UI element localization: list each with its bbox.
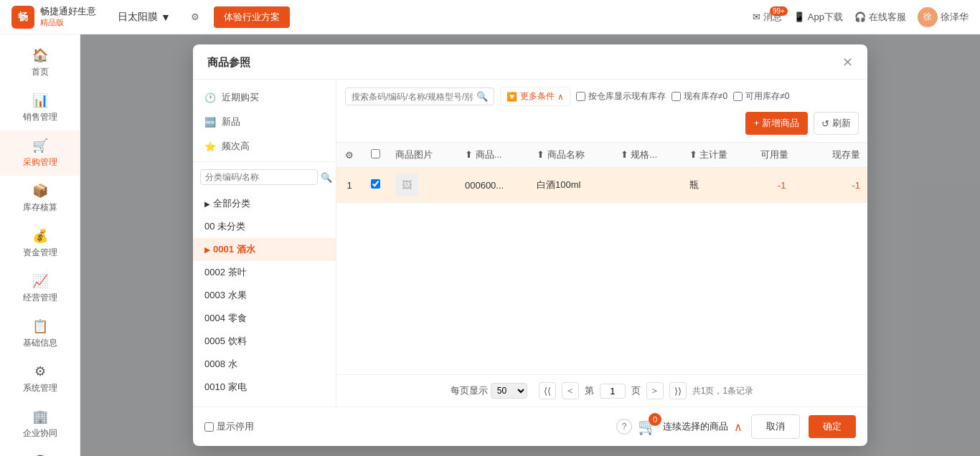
- logo-text: 畅捷通好生意 精品版: [40, 6, 96, 28]
- frequent-menu[interactable]: ⭐ 频次高: [193, 134, 336, 158]
- modal-close-button[interactable]: ✕: [842, 54, 853, 70]
- refresh-button[interactable]: ↺ 刷新: [814, 112, 859, 135]
- sidebar-item-guide[interactable]: 🎯 新手引导: [0, 447, 80, 456]
- sidebar-item-operations[interactable]: 📈 经营管理: [0, 266, 80, 311]
- sidebar-item-system[interactable]: ⚙ 系统管理: [0, 356, 80, 402]
- check-avail-nonzero[interactable]: 现有库存≠0: [672, 90, 727, 103]
- sidebar-item-inventory[interactable]: 📦 库存核算: [0, 176, 80, 221]
- cart-button[interactable]: 🛒 0: [638, 417, 657, 436]
- avatar: 徐: [918, 7, 938, 27]
- cat-0005[interactable]: 0005 饮料: [193, 330, 336, 353]
- sidebar-item-sales[interactable]: 📊 销售管理: [0, 85, 80, 130]
- gear-icon[interactable]: ⚙: [185, 7, 205, 27]
- new-icon: 🆕: [204, 117, 216, 128]
- row-index: 1: [336, 168, 362, 203]
- toolbar-right: + 新增商品 ↺ 刷新: [745, 112, 859, 135]
- cat-00[interactable]: 00 未分类: [193, 215, 336, 238]
- arrow-icon: ▶: [204, 200, 210, 208]
- cat-all[interactable]: ▶ 全部分类: [193, 192, 336, 215]
- by-warehouse-checkbox[interactable]: [576, 92, 585, 101]
- category-search-icon[interactable]: 🔍: [321, 172, 332, 183]
- confirm-button[interactable]: 确定: [809, 415, 856, 438]
- nav-center: 日太阳膜 ▼ ⚙ 体验行业方案: [98, 6, 753, 28]
- product-search-input[interactable]: [352, 92, 473, 102]
- nav-user[interactable]: 徐 徐泽华: [918, 7, 969, 27]
- table-header-row: ⚙ 商品图片 ⬆ 商品... ⬆ 商品名称: [336, 143, 867, 168]
- show-disabled-checkbox[interactable]: [204, 422, 214, 432]
- sidebar-item-home[interactable]: 🏠 首页: [0, 40, 80, 85]
- row-spec-cell: [613, 168, 682, 203]
- cat-0008[interactable]: 0008 水: [193, 353, 336, 376]
- search-icon[interactable]: 🔍: [476, 91, 488, 102]
- first-page-button[interactable]: ⟨⟨: [539, 382, 556, 399]
- row-checkbox[interactable]: [371, 179, 380, 189]
- select-all-checkbox[interactable]: [371, 149, 380, 158]
- show-disabled-label[interactable]: 显示停用: [204, 420, 254, 433]
- recent-purchase-menu[interactable]: 🕐 近期购买: [193, 85, 336, 110]
- info-icon: 📋: [32, 318, 48, 334]
- nav-store-dropdown[interactable]: 日太阳膜 ▼: [112, 8, 176, 27]
- system-icon: ⚙: [34, 364, 46, 379]
- collab-icon: 🏢: [32, 409, 48, 424]
- per-page-selector: 每页显示 20 50 100: [451, 383, 527, 399]
- recent-purchase-label: 近期购买: [222, 91, 259, 104]
- new-product-menu[interactable]: 🆕 新品: [193, 110, 336, 134]
- cat-0001[interactable]: ▶ 0001 酒水: [193, 238, 336, 261]
- next-page-button[interactable]: ＞: [646, 382, 664, 399]
- per-page-select[interactable]: 20 50 100: [491, 383, 527, 399]
- cat-0003[interactable]: 0003 水果: [193, 284, 336, 307]
- page-number-input[interactable]: [600, 384, 626, 399]
- usable-nonzero-checkbox[interactable]: [733, 92, 743, 101]
- sidebar-item-label: 基础信息: [23, 337, 57, 349]
- separator: [193, 161, 336, 162]
- col-code-header: ⬆ 商品...: [458, 143, 529, 168]
- pagination-bar: 每页显示 20 50 100 ⟨⟨ ＜ 第 页: [336, 374, 867, 407]
- cat-0004[interactable]: 0004 零食: [193, 307, 336, 330]
- sidebar-item-label: 库存核算: [23, 201, 57, 214]
- check-usable-nonzero[interactable]: 可用库存≠0: [733, 90, 789, 103]
- cancel-button[interactable]: 取消: [751, 414, 800, 439]
- product-search-box: 🔍: [345, 87, 494, 105]
- logo-area: 畅 畅捷通好生意 精品版: [11, 6, 98, 29]
- more-filter-button[interactable]: 🔽 更多条件 ∧: [500, 87, 570, 106]
- chevron-up-icon: ∧: [557, 92, 564, 102]
- sidebar-item-collab[interactable]: 🏢 企业协同: [0, 402, 80, 447]
- sidebar-item-basic-info[interactable]: 📋 基础信息: [0, 311, 80, 356]
- nav-message[interactable]: ✉ 消息 99+: [753, 11, 782, 24]
- category-search-area: 🔍 《: [193, 165, 336, 189]
- headset-icon: 🎧: [854, 11, 866, 22]
- category-search-input[interactable]: [200, 169, 318, 185]
- check-by-warehouse[interactable]: 按仓库显示现有库存: [576, 90, 666, 103]
- message-badge: 99+: [770, 6, 788, 16]
- fold-button[interactable]: ∧: [734, 420, 743, 434]
- main-layout: 🏠 首页 📊 销售管理 🛒 采购管理 📦 库存核算 💰 资金管理 📈 经营管理 …: [0, 34, 980, 456]
- sidebar-item-label: 首页: [32, 66, 49, 78]
- row-stock-cell: -1: [810, 168, 867, 203]
- avail-nonzero-checkbox[interactable]: [672, 92, 681, 101]
- table-row[interactable]: 1 🖼: [336, 168, 867, 203]
- cat-0010[interactable]: 0010 家电: [193, 376, 336, 399]
- prev-page-button[interactable]: ＜: [562, 382, 579, 399]
- nav-app-download[interactable]: 📱 App下载: [793, 11, 843, 24]
- cat-0002[interactable]: 0002 茶叶: [193, 261, 336, 284]
- last-page-button[interactable]: ⟩⟩: [669, 382, 687, 399]
- filter-icon: 🔽: [507, 92, 517, 102]
- sidebar-item-finance[interactable]: 💰 资金管理: [0, 221, 80, 266]
- col-spec-header: ⬆ 规格...: [613, 143, 682, 168]
- add-product-button[interactable]: + 新增商品: [745, 112, 808, 135]
- help-icon[interactable]: ?: [616, 419, 632, 434]
- nav-online-support[interactable]: 🎧 在线客服: [854, 11, 906, 24]
- modal-footer: 显示停用 ? 🛒 0 连续选择的商品 ∧ 取消 确定: [193, 407, 867, 446]
- trial-button[interactable]: 体验行业方案: [214, 6, 290, 28]
- sales-icon: 📊: [32, 92, 48, 108]
- row-name-cell: 白酒100ml: [529, 168, 613, 203]
- col-img-header: 商品图片: [388, 143, 458, 168]
- star-icon: ⭐: [204, 141, 216, 152]
- modal-header: 商品参照 ✕: [193, 44, 867, 80]
- modal-left-panel: 🕐 近期购买 🆕 新品 ⭐ 频次高: [193, 80, 336, 407]
- cart-area: ? 🛒 0 连续选择的商品 ∧: [616, 417, 743, 436]
- sidebar-item-purchase[interactable]: 🛒 采购管理: [0, 130, 80, 176]
- sidebar: 🏠 首页 📊 销售管理 🛒 采购管理 📦 库存核算 💰 资金管理 📈 经营管理 …: [0, 34, 80, 456]
- col-checkbox: [362, 143, 388, 168]
- modal-title: 商品参照: [207, 56, 250, 70]
